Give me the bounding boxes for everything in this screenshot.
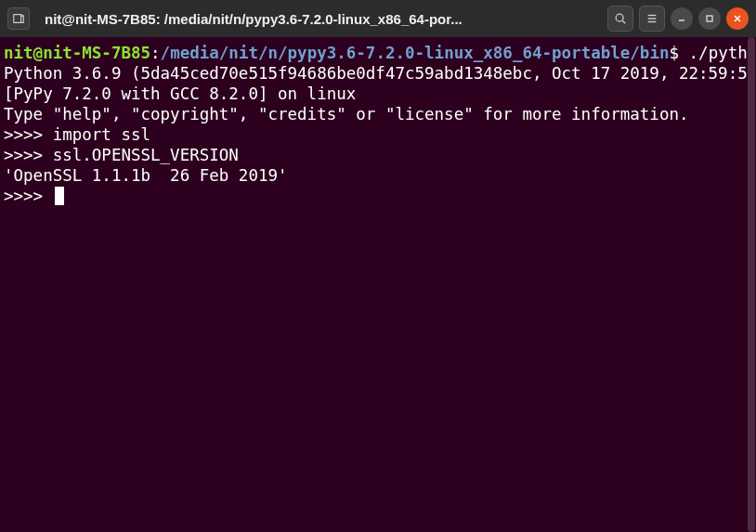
svg-line-1 <box>622 20 625 23</box>
window-titlebar: nit@nit-MS-7B85: /media/nit/n/pypy3.6-7.… <box>0 0 756 37</box>
window-title: nit@nit-MS-7B85: /media/nit/n/pypy3.6-7.… <box>45 11 463 27</box>
maximize-button[interactable] <box>698 7 721 30</box>
repl-prompt: >>>> <box>4 146 53 164</box>
repl-line: >>>> import ssl <box>4 124 752 145</box>
terminal-area[interactable]: nit@nit-MS-7B85:/media/nit/n/pypy3.6-7.2… <box>0 37 756 212</box>
minimize-button[interactable] <box>671 7 693 30</box>
output-line: Python 3.6.9 (5da45ced70e515f94686be0df4… <box>4 63 752 84</box>
titlebar-controls <box>607 6 749 32</box>
svg-rect-6 <box>707 16 712 21</box>
repl-result: 'OpenSSL 1.1.1b 26 Feb 2019' <box>4 165 752 186</box>
menu-button[interactable] <box>639 6 665 32</box>
repl-command: ssl.OPENSSL_VERSION <box>53 146 239 164</box>
shell-prompt-line: nit@nit-MS-7B85:/media/nit/n/pypy3.6-7.2… <box>4 43 752 63</box>
scrollbar-thumb[interactable] <box>748 37 755 532</box>
repl-line: >>>> ssl.OPENSSL_VERSION <box>4 145 752 165</box>
search-button[interactable] <box>607 6 633 32</box>
new-tab-button[interactable] <box>7 7 30 30</box>
svg-point-0 <box>616 14 623 21</box>
repl-command: import ssl <box>53 125 150 144</box>
cursor <box>55 187 64 205</box>
colon: : <box>150 44 161 62</box>
output-line: [PyPy 7.2.0 with GCC 8.2.0] on linux <box>4 84 752 104</box>
repl-prompt: >>>> <box>4 187 53 205</box>
cwd-path: /media/nit/n/pypy3.6-7.2.0-linux_x86_64-… <box>161 44 670 62</box>
output-line: Type "help", "copyright", "credits" or "… <box>4 104 752 124</box>
scrollbar[interactable] <box>747 37 756 532</box>
repl-prompt: >>>> <box>4 125 53 144</box>
repl-current-line: >>>> <box>4 186 752 206</box>
user-host: nit@nit-MS-7B85 <box>4 44 150 62</box>
close-button[interactable] <box>726 7 749 30</box>
dollar-sign: $ <box>669 44 679 62</box>
titlebar-left: nit@nit-MS-7B85: /media/nit/n/pypy3.6-7.… <box>7 7 463 30</box>
